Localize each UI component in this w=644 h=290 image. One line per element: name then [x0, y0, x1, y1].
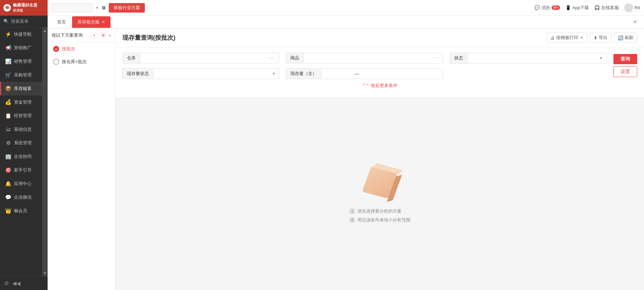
- collapse-sidebar-icon[interactable]: ◀◀: [12, 280, 20, 287]
- user-menu[interactable]: Rit: [624, 3, 640, 12]
- sidebar-item-wechat[interactable]: 💬 企业微信: [0, 191, 42, 204]
- scheme-item-by-batch[interactable]: ● 按批次: [48, 42, 115, 55]
- sidebar-item-label: 基础信息: [14, 126, 32, 132]
- scroll-down-icon[interactable]: ▼: [42, 270, 48, 276]
- inventory-qty-to[interactable]: [362, 71, 389, 76]
- sidebar-item-purchase[interactable]: 🛒 采购管理: [0, 68, 42, 82]
- sidebar-item-label: 系统管理: [14, 140, 32, 146]
- settings-button[interactable]: 设置: [613, 66, 637, 77]
- refresh-label: 刷新: [625, 35, 633, 41]
- inventory-status-select[interactable]: ▼: [153, 68, 279, 79]
- print-button[interactable]: 🖨 按模板打印 ▼: [547, 33, 587, 43]
- sidebar-item-system[interactable]: ⚙ 系统管理: [0, 136, 42, 150]
- member-icon: 👑: [5, 208, 11, 214]
- warehouse-label: 仓库: [122, 53, 140, 64]
- scheme-item-by-warehouse-batch[interactable]: ○ 按仓库+批次: [48, 55, 115, 68]
- product-dots-icon: ···: [433, 55, 439, 61]
- warehouse-input[interactable]: ···: [140, 53, 279, 64]
- sidebar-item-marketing[interactable]: 📢 营销推广: [0, 41, 42, 55]
- phone-icon: 📱: [565, 5, 571, 10]
- user-name: Rit: [634, 5, 640, 10]
- top-nav-chevron-icon[interactable]: ▼: [95, 6, 99, 10]
- tab-inventory-batch[interactable]: 库存批次账 ✕: [72, 16, 111, 28]
- range-dash: —: [355, 71, 359, 76]
- sidebar-item-member[interactable]: 👑 畅会员: [0, 204, 42, 218]
- collapse-conditions-bar[interactable]: ⌃⌃ 收起更多条件: [122, 79, 637, 92]
- refresh-button[interactable]: 🔄 刷新: [614, 33, 637, 43]
- search-icon: 🔍: [3, 19, 9, 24]
- sidebar-scroll-bar[interactable]: ▲ ▼: [42, 28, 48, 276]
- search-label: 搜索菜单: [11, 18, 29, 24]
- sales-icon: 📊: [5, 58, 11, 65]
- scroll-up-icon[interactable]: ▲: [42, 28, 48, 34]
- finance-icon: 💰: [5, 99, 11, 105]
- product-input[interactable]: ···: [303, 53, 443, 64]
- sidebar-item-app-center[interactable]: 🔔 应用中心: [0, 177, 42, 191]
- content-area: 按以下方案查询 + ⚙ « ● 按批次 ○ 按仓库+批次 现存量查询(按批次): [48, 29, 644, 290]
- filter-inventory-status: 现存量状态 ▼: [122, 68, 279, 79]
- filter-row-1: 仓库 ··· 商品 ···: [122, 53, 607, 64]
- add-scheme-button[interactable]: +: [91, 32, 98, 39]
- chevron-up-icon: ⌃⌃: [362, 83, 370, 88]
- status-select[interactable]: ▼: [467, 53, 607, 64]
- online-service-label: 在线客服: [601, 5, 619, 11]
- inventory-qty-range[interactable]: —: [321, 68, 443, 79]
- sidebar-search[interactable]: 🔍 搜索菜单: [0, 16, 48, 28]
- online-service-button[interactable]: 🎧 在线客服: [594, 5, 619, 11]
- tab-home[interactable]: 首页: [52, 16, 71, 28]
- collapse-panel-icon[interactable]: «: [108, 33, 111, 38]
- filter-inventory-qty: 现存量（主） —: [286, 68, 443, 79]
- collapse-label: 收起更多条件: [371, 83, 397, 89]
- empty-cube-shape: [362, 166, 398, 199]
- tab-inventory-batch-label: 库存批次账: [78, 19, 100, 25]
- top-nav-gear-icon[interactable]: ⚙: [102, 5, 106, 11]
- inventory-icon: 📦: [5, 86, 11, 92]
- sidebar-item-sales[interactable]: 📊 销售管理: [0, 55, 42, 68]
- query-button[interactable]: 查询: [613, 54, 637, 64]
- scheme-inactive-icon: ○: [53, 59, 59, 65]
- top-nav-left: ▼ ⚙ 体验行业方案: [52, 3, 145, 13]
- sidebar-item-base[interactable]: 🗂 基础信息: [0, 123, 42, 136]
- hint-num-2: 2: [349, 217, 355, 223]
- top-nav: ▼ ⚙ 体验行业方案 💬 消息 99+ 📱 App下载 🎧 在线客服 Rit: [48, 0, 644, 16]
- filter-warehouse: 仓库 ···: [122, 53, 279, 64]
- inventory-status-dropdown-icon: ▼: [272, 72, 275, 76]
- app-download-label: App下载: [572, 5, 589, 11]
- hint-item-2: 2 用过滤条件来缩小分析范围: [349, 217, 410, 223]
- sidebar-item-guide[interactable]: 🎯 新手引导: [0, 163, 42, 177]
- status-label: 状态: [450, 53, 467, 64]
- tab-close-all-icon[interactable]: ✕: [630, 19, 640, 25]
- left-panel-header: 按以下方案查询 + ⚙ «: [48, 29, 115, 42]
- sidebar-item-inventory[interactable]: 📦 库存核算: [0, 82, 42, 95]
- empty-hints: 1 请先选择要分析的方案 2 用过滤条件来缩小分析范围: [349, 208, 410, 226]
- app-download-button[interactable]: 📱 App下载: [565, 5, 589, 11]
- settings-scheme-button[interactable]: ⚙: [100, 32, 106, 39]
- inventory-qty-from[interactable]: [325, 71, 352, 76]
- empty-state: 1 请先选择要分析的方案 2 用过滤条件来缩小分析范围: [116, 98, 644, 290]
- tab-bar: 首页 库存批次账 ✕ ✕: [48, 16, 644, 29]
- sidebar-item-enterprise[interactable]: 🏢 企业协同: [0, 150, 42, 163]
- export-button[interactable]: ⬆ 导出: [590, 33, 611, 43]
- hint-item-1: 1 请先选择要分析的方案: [349, 208, 410, 214]
- tab-close-icon[interactable]: ✕: [102, 20, 105, 24]
- sidebar-item-operations[interactable]: 📋 经营管理: [0, 109, 42, 123]
- sidebar-item-quick-nav[interactable]: ⚡ 快捷导航: [0, 28, 42, 41]
- message-icon: 💬: [535, 5, 540, 10]
- export-label: 导出: [599, 35, 608, 41]
- print-dropdown-icon[interactable]: ▼: [580, 36, 583, 40]
- empty-illustration: [359, 162, 400, 203]
- message-button[interactable]: 💬 消息 99+: [535, 5, 560, 11]
- inventory-qty-label: 现存量（主）: [286, 68, 321, 79]
- main-area: ▼ ⚙ 体验行业方案 💬 消息 99+ 📱 App下载 🎧 在线客服 Rit: [48, 0, 644, 290]
- sidebar-item-label: 企业微信: [14, 194, 32, 200]
- top-search-input[interactable]: [52, 3, 92, 12]
- guide-icon: 🎯: [5, 167, 11, 173]
- product-label: 商品: [286, 53, 303, 64]
- try-industry-button[interactable]: 体验行业方案: [109, 3, 145, 13]
- sidebar-item-label: 资金管理: [14, 99, 32, 105]
- settings-icon[interactable]: ⚙: [4, 280, 9, 287]
- filter-area: 仓库 ··· 商品 ···: [116, 47, 644, 98]
- sidebar-bottom: ⚙ ◀◀: [0, 276, 48, 290]
- sidebar-item-finance[interactable]: 💰 资金管理: [0, 95, 42, 109]
- app-logo: 畅: [3, 4, 11, 12]
